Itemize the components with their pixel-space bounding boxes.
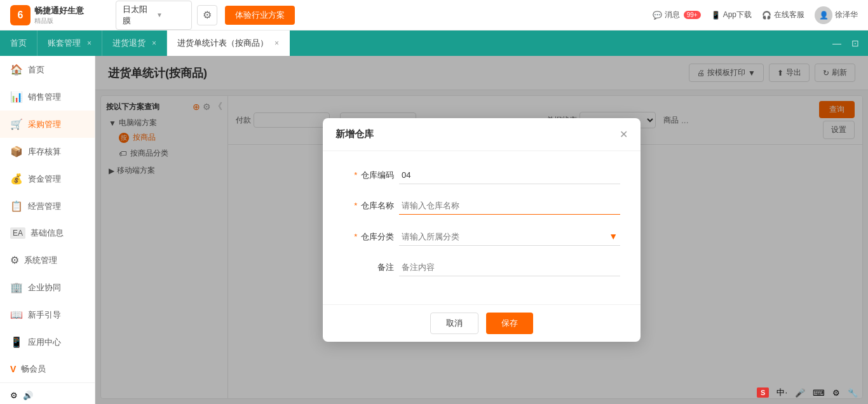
tab-purchase-return-label: 进货退货	[112, 37, 146, 49]
sidebar: 🏠 首页 📊 销售管理 🛒 采购管理 📦 库存核算 💰 资金管理 📋 经营管理 …	[0, 56, 95, 404]
sidebar-item-enterprise-label: 企业协同	[28, 282, 61, 293]
messages-label: 消息	[665, 10, 680, 20]
tab-minimize-button[interactable]: —	[829, 36, 845, 51]
mic-icon[interactable]: 🎤	[795, 388, 805, 398]
tab-purchase-stat[interactable]: 进货单统计表（按商品） ×	[167, 30, 290, 56]
online-service-button[interactable]: 🎧 在线客服	[762, 10, 804, 20]
user-menu-button[interactable]: 👤 徐泽华	[815, 6, 858, 24]
note-input[interactable]	[399, 259, 620, 276]
tab-expand-button[interactable]: ⊡	[848, 36, 863, 51]
form-row-name: * 仓库名称	[343, 197, 620, 215]
store-name: 日太阳膜	[123, 4, 151, 27]
tab-account-close[interactable]: ×	[87, 39, 92, 48]
sidebar-item-guide[interactable]: 📖 新手引导	[0, 301, 95, 328]
enterprise-icon: 🏢	[10, 281, 23, 293]
messages-button[interactable]: 💬 消息 99+	[653, 10, 701, 20]
form-row-code: * 仓库编码	[343, 166, 620, 184]
code-label: * 仓库编码	[343, 170, 394, 181]
system-icon: ⚙	[10, 254, 19, 266]
save-button[interactable]: 保存	[486, 313, 533, 334]
sidebar-item-sales[interactable]: 📊 销售管理	[0, 83, 95, 111]
bottom-settings-icon[interactable]: ⚙	[832, 388, 840, 398]
finance-icon: 💰	[10, 173, 23, 185]
tab-home[interactable]: 首页	[0, 30, 37, 56]
cancel-button[interactable]: 取消	[430, 313, 478, 334]
dialog-close-button[interactable]: ✕	[620, 128, 628, 140]
gear-icon: ⚙	[203, 9, 212, 21]
bottom-logo: S	[757, 387, 769, 398]
category-select-input[interactable]	[402, 232, 609, 241]
main-layout: 🏠 首页 📊 销售管理 🛒 采购管理 📦 库存核算 💰 资金管理 📋 经营管理 …	[0, 56, 868, 404]
inventory-icon: 📦	[10, 145, 23, 158]
settings-gear-button[interactable]: ⚙	[197, 5, 217, 25]
messages-badge: 99+	[684, 11, 701, 19]
code-input[interactable]	[399, 166, 620, 184]
sidebar-item-enterprise[interactable]: 🏢 企业协同	[0, 274, 95, 301]
sales-icon: 📊	[10, 91, 23, 103]
category-label: * 仓库分类	[343, 231, 394, 243]
sidebar-item-home[interactable]: 🏠 首页	[0, 56, 95, 83]
sidebar-item-system[interactable]: ⚙ 系统管理	[0, 246, 95, 274]
sidebar-item-vip[interactable]: V 畅会员	[0, 356, 95, 382]
avatar: 👤	[815, 6, 832, 24]
sidebar-item-basics-label: 基础信息	[31, 227, 64, 239]
tab-home-label: 首页	[10, 37, 27, 49]
dialog-footer: 取消 保存	[323, 304, 641, 342]
sidebar-item-vip-label: 畅会员	[21, 363, 46, 375]
sidebar-item-basics[interactable]: EA 基础信息	[0, 220, 95, 246]
sidebar-item-inventory-label: 库存核算	[28, 146, 61, 158]
logo-area: 6 畅捷通好生意 精品版	[10, 5, 105, 25]
phone-icon: 📱	[711, 11, 721, 20]
sidebar-item-purchase[interactable]: 🛒 采购管理	[0, 111, 95, 138]
operations-icon: 📋	[10, 200, 23, 212]
content-area: 进货单统计(按商品) 🖨 按模板打印 ▼ ⬆ 导出 ↻ 刷新	[95, 56, 868, 404]
tab-right-controls: — ⊡	[829, 36, 868, 51]
category-dropdown-arrow[interactable]: ▼	[609, 231, 618, 241]
note-label: 备注	[343, 262, 394, 273]
sidebar-item-home-label: 首页	[28, 64, 44, 76]
tab-purchase-return[interactable]: 进货退货 ×	[102, 30, 167, 56]
form-row-category: * 仓库分类 ▼	[343, 227, 620, 246]
keyboard-icon[interactable]: ⌨	[813, 388, 825, 398]
dialog-body: * 仓库编码 * 仓库名称	[323, 151, 641, 304]
sidebar-item-purchase-label: 采购管理	[28, 119, 61, 130]
tab-purchase-stat-label: 进货单统计表（按商品）	[177, 37, 268, 49]
name-label: * 仓库名称	[343, 200, 394, 212]
bottom-bar: S 中· 🎤 ⌨ ⚙ 🔧	[747, 381, 868, 404]
sidebar-item-finance[interactable]: 💰 资金管理	[0, 165, 95, 192]
name-input[interactable]	[399, 197, 620, 215]
volume-icon[interactable]: 🔊	[23, 391, 33, 400]
dialog-header: 新增仓库 ✕	[323, 118, 641, 151]
bottom-tools-icon[interactable]: 🔧	[848, 388, 858, 398]
purchase-icon: 🛒	[10, 118, 23, 130]
online-service-label: 在线客服	[774, 10, 804, 20]
sidebar-item-system-label: 系统管理	[24, 255, 57, 266]
headset-icon: 🎧	[762, 11, 771, 20]
tab-purchase-stat-close[interactable]: ×	[275, 39, 279, 48]
app-logo-sub: 精品版	[34, 17, 84, 25]
sidebar-item-apps-label: 应用中心	[28, 337, 61, 348]
modal-overlay[interactable]: 新增仓库 ✕ * 仓库编码 *	[95, 56, 868, 404]
tab-account-label: 账套管理	[48, 37, 81, 49]
sidebar-item-inventory[interactable]: 📦 库存核算	[0, 138, 95, 165]
dialog-title: 新增仓库	[336, 128, 620, 140]
settings-bottom-icon[interactable]: ⚙	[10, 391, 18, 400]
dialog-add-warehouse: 新增仓库 ✕ * 仓库编码 *	[323, 118, 641, 342]
sidebar-item-guide-label: 新手引导	[28, 309, 61, 321]
trial-button[interactable]: 体验行业方案	[225, 6, 295, 25]
avatar-icon: 👤	[819, 11, 829, 20]
form-row-note: 备注	[343, 259, 620, 276]
store-selector[interactable]: 日太阳膜 ▼	[116, 1, 192, 30]
sidebar-item-operations-label: 经营管理	[28, 201, 61, 212]
tab-account[interactable]: 账套管理 ×	[37, 30, 102, 56]
top-nav: 6 畅捷通好生意 精品版 日太阳膜 ▼ ⚙ 体验行业方案 💬 消息 99+ 📱 …	[0, 0, 868, 30]
app-download-label: App下载	[723, 10, 752, 20]
app-download-button[interactable]: 📱 App下载	[711, 10, 752, 20]
sidebar-item-finance-label: 资金管理	[28, 173, 61, 185]
tab-purchase-return-close[interactable]: ×	[152, 39, 156, 48]
app-logo-title: 畅捷通好生意	[34, 5, 84, 17]
sidebar-item-apps[interactable]: 📱 应用中心	[0, 328, 95, 356]
sidebar-item-operations[interactable]: 📋 经营管理	[0, 192, 95, 220]
category-select-wrap: ▼	[399, 227, 620, 246]
message-icon: 💬	[653, 11, 662, 20]
